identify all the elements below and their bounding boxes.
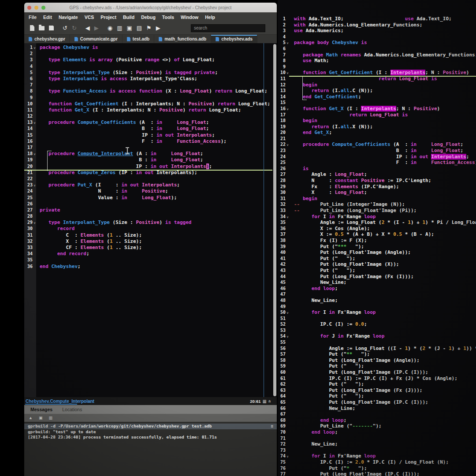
- code-line[interactable]: 35 Angle := Long_Float (2 * (I - 1) + 1)…: [278, 219, 476, 226]
- menu-item-navigate[interactable]: Navigate: [59, 15, 78, 20]
- fold-toggle-icon[interactable]: ∨: [286, 106, 290, 112]
- code-line[interactable]: 6: [278, 46, 476, 52]
- menu-item-vcs[interactable]: VCS: [85, 15, 94, 20]
- code-line[interactable]: 14 B : in Long_Float;: [24, 126, 277, 132]
- code-line[interactable]: 36 X := Cos (Angle);: [278, 226, 476, 232]
- code-line[interactable]: 50∨ for I in Fx'Range loop: [278, 309, 476, 316]
- code-line[interactable]: 69 Put_Line ("-------");: [278, 423, 476, 429]
- code-line[interactable]: 27 Angle : Long_Float;: [278, 171, 476, 178]
- code-line[interactable]: 33 CF : Elements (1 .. Size);: [24, 245, 277, 251]
- code-line[interactable]: 1∨package Chebyshev is: [24, 45, 277, 51]
- forward-icon[interactable]: ▶: [94, 25, 99, 31]
- code-line[interactable]: 30 record: [24, 226, 277, 232]
- code-line[interactable]: 49: [278, 304, 476, 310]
- code-line[interactable]: 11 return Long_Float is: [278, 76, 476, 82]
- file-tab-chebyshev.ads[interactable]: chebyshev.ads: [211, 35, 257, 43]
- code-line[interactable]: 35: [24, 257, 277, 263]
- warning-triangle-icon[interactable]: ▲: [29, 416, 33, 420]
- code-line[interactable]: 33-- Put_Line (Long_Float'Image (Pi));: [278, 208, 476, 214]
- file-tab-math_functions.adb[interactable]: math_functions.adb: [154, 35, 211, 43]
- code-line[interactable]: 15: [278, 100, 476, 106]
- code-line[interactable]: 22∨ procedure Compute_Coefficients (A : …: [278, 141, 476, 148]
- code-line[interactable]: 40 Put (Long_Float'Image (Angle));: [278, 249, 476, 256]
- code-line[interactable]: 26 is: [278, 166, 476, 172]
- code-line[interactable]: 27private: [24, 207, 277, 213]
- code-line[interactable]: 71: [278, 435, 476, 442]
- menu-item-project[interactable]: Project: [100, 15, 116, 20]
- fold-toggle-icon[interactable]: ∨: [286, 214, 290, 220]
- code-line[interactable]: 7: [24, 82, 277, 88]
- code-line[interactable]: 23 B : in Long_Float;: [278, 148, 476, 154]
- menu-item-tools[interactable]: Tools: [162, 15, 174, 20]
- code-line[interactable]: 32-- Put_Line (Integer'Image (N));: [278, 201, 476, 208]
- code-line[interactable]: 68 end loop;: [278, 417, 476, 424]
- code-line[interactable]: 58 Put (Long_Float'Image (Angle));: [278, 357, 476, 364]
- fold-toggle-icon[interactable]: ∨: [286, 454, 290, 460]
- code-line[interactable]: 31 begin: [278, 196, 476, 202]
- code-line[interactable]: 31 C : Elements (1 .. Size);: [24, 232, 277, 238]
- code-line[interactable]: 2with Ada.Numerics.Long_Elementary_Funct…: [278, 22, 476, 28]
- code-line[interactable]: 18 begin: [278, 118, 476, 124]
- code-line[interactable]: 34∨ for I in Fx'Range loop: [278, 214, 476, 220]
- fold-toggle-icon[interactable]: ∨: [33, 120, 37, 126]
- code-line[interactable]: 18∨ procedure Compute_Interpolant (A : i…: [24, 151, 277, 157]
- console-line[interactable]: gprbuild: "test" up to date: [24, 429, 277, 435]
- code-line[interactable]: 41 Put (" ");: [278, 256, 476, 262]
- code-line[interactable]: 67: [278, 411, 476, 417]
- code-line[interactable]: 62 Put (" ");: [278, 381, 476, 387]
- code-line[interactable]: 76 Put ("* ");: [278, 465, 476, 472]
- code-line[interactable]: 6 type Interpolants is access Interpolan…: [24, 76, 277, 82]
- run-icon[interactable]: ▶: [156, 25, 160, 31]
- code-line[interactable]: 47: [278, 291, 476, 298]
- fold-toggle-icon[interactable]: ∨: [33, 151, 37, 157]
- code-line[interactable]: 65 Put (Long_Float'Image (IP.C (I)));: [278, 399, 476, 405]
- code-line[interactable]: 24 N : in Positive;: [24, 188, 277, 194]
- panel-tab-messages[interactable]: Messages: [30, 407, 52, 412]
- code-line[interactable]: 8 use Math;: [278, 58, 476, 64]
- editor-chebyshev-ads[interactable]: 1∨package Chebyshev is23 type Elements i…: [24, 43, 277, 397]
- code-line[interactable]: 61 IP.C (I) := IP.C (I) + Fx (J) * Cos (…: [278, 376, 476, 382]
- fold-toggle-icon[interactable]: ∨: [286, 334, 290, 340]
- code-line[interactable]: 28: [24, 213, 277, 219]
- code-line[interactable]: 28 N : constant Positive := IP.C'Length;: [278, 178, 476, 184]
- code-line[interactable]: 74∨ for I in Fx'Range loop: [278, 453, 476, 459]
- code-line[interactable]: 48 New_Line;: [278, 298, 476, 304]
- code-line[interactable]: 7 package Math renames Ada.Numerics.Long…: [278, 52, 476, 58]
- code-line[interactable]: 37 X := 0.5 * (A + B) + X * 0.5 * (B - A…: [278, 231, 476, 238]
- code-line[interactable]: 26: [24, 201, 277, 207]
- code-line[interactable]: 24 IP : in out Interpolants;: [278, 154, 476, 160]
- code-line[interactable]: 17 return Long_Float is: [278, 112, 476, 118]
- file-tab-test.adb[interactable]: test.adb: [123, 35, 154, 43]
- new-file-icon[interactable]: [30, 25, 34, 31]
- code-line[interactable]: 39 Put ("*** ");: [278, 244, 476, 250]
- fold-toggle-icon[interactable]: ∨: [33, 220, 37, 226]
- code-line[interactable]: 20 end Get_X;: [278, 130, 476, 136]
- back-icon[interactable]: ◀: [86, 25, 90, 31]
- file-tab-Communicate.gpr[interactable]: Communicate.gpr: [70, 35, 123, 43]
- code-line[interactable]: 16∨ function Get_X (I : Interpolants; N …: [278, 106, 476, 112]
- build-target-icon[interactable]: ◉: [108, 25, 112, 31]
- code-line[interactable]: 75 IP.C (I) := 2.0 * IP.C (I) / Long_Flo…: [278, 459, 476, 465]
- editor-scrollbar[interactable]: [273, 44, 276, 396]
- code-line[interactable]: 13 return (I.all.C (N));: [278, 88, 476, 94]
- undo-icon[interactable]: ↺: [63, 25, 67, 31]
- code-line[interactable]: 45 New_Line;: [278, 279, 476, 286]
- clean-icon[interactable]: ▥: [117, 25, 122, 31]
- code-line[interactable]: 4: [24, 63, 277, 70]
- code-line[interactable]: 2: [24, 51, 277, 57]
- code-line[interactable]: 56 Angle := Long_Float ((I - 1) * (2 * (…: [278, 346, 476, 352]
- open-folder-icon[interactable]: [39, 26, 45, 30]
- code-line[interactable]: 4: [278, 34, 476, 40]
- code-line[interactable]: 66 New_Line;: [278, 405, 476, 412]
- code-line[interactable]: 9: [24, 95, 277, 101]
- code-line[interactable]: 8 type Function_Access is access functio…: [24, 88, 277, 94]
- code-line[interactable]: 55: [278, 339, 476, 346]
- menu-item-edit[interactable]: Edit: [43, 15, 52, 20]
- code-line[interactable]: 64 Put (" ");: [278, 393, 476, 399]
- code-line[interactable]: 14 end Get_Coefficient;: [278, 94, 476, 100]
- redo-icon[interactable]: ↻: [72, 25, 77, 31]
- code-line[interactable]: 5 type Interpolant_Type (Size : Positive…: [24, 70, 277, 76]
- line-menu-icon[interactable]: ≡: [271, 424, 273, 429]
- fold-toggle-icon[interactable]: ∨: [286, 310, 290, 316]
- code-line[interactable]: 17: [24, 145, 277, 151]
